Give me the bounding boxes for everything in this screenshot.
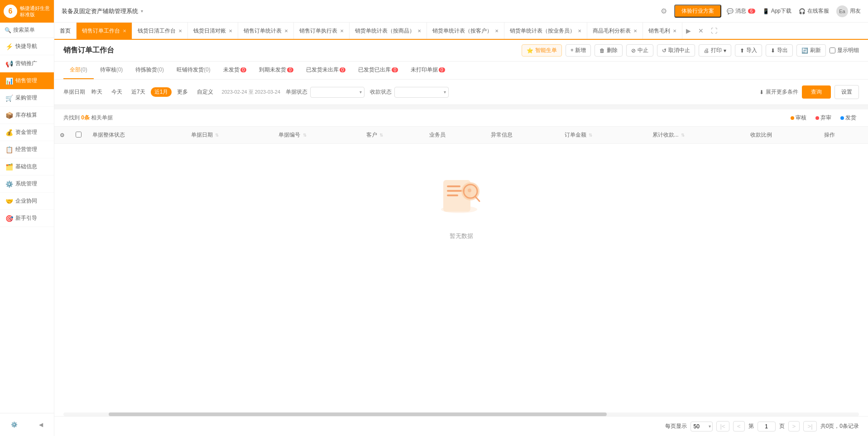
th-no[interactable]: 单据编号 ⇅: [273, 127, 361, 144]
smart-generate-btn[interactable]: ⭐ 智能生单: [522, 44, 562, 57]
tab-nav-more[interactable]: ▶: [682, 23, 695, 39]
sidebar-item-operations[interactable]: 📋 经营管理: [0, 141, 54, 158]
next-page-btn[interactable]: >: [788, 421, 800, 431]
query-btn[interactable]: 查询: [802, 85, 831, 99]
sort-no-icon[interactable]: ⇅: [303, 133, 307, 137]
tab-close-7[interactable]: ✕: [495, 28, 499, 33]
sub-tab-pending-review[interactable]: 待审核(0): [94, 62, 129, 79]
prev-page-btn[interactable]: <: [733, 421, 745, 431]
sort-collected-icon[interactable]: ⇅: [681, 133, 685, 137]
tab-daily-clear[interactable]: 钱货日清工作台 ✕: [132, 23, 188, 39]
tab-sales-workbench[interactable]: 销售订单工作台 ✕: [77, 23, 132, 39]
sort-date-icon[interactable]: ⇅: [215, 133, 219, 137]
print-dropdown-icon[interactable]: ▾: [724, 47, 726, 54]
topbar-gear-icon[interactable]: ⚙: [659, 5, 669, 17]
setting-btn[interactable]: 设置: [834, 85, 859, 99]
tab-daily-reconcile[interactable]: 钱货日清对账 ✕: [188, 23, 238, 39]
sidebar-item-marketing[interactable]: 📢 营销推广: [0, 55, 54, 72]
last-page-btn[interactable]: >|: [803, 421, 816, 431]
sidebar-item-sales[interactable]: 📊 销售管理: [0, 72, 54, 90]
tab-sales-stat[interactable]: 销售订单统计表 ✕: [238, 23, 294, 39]
date-7days[interactable]: 近7天: [128, 87, 149, 97]
th-collected[interactable]: 累计收款... ⇅: [647, 127, 745, 144]
sub-tab-unprinted[interactable]: 未打印单据0: [404, 62, 451, 79]
th-settings[interactable]: ⚙: [54, 127, 70, 144]
delete-btn[interactable]: 🗑 删除: [595, 44, 623, 57]
th-date[interactable]: 单据日期 ⇅: [186, 127, 273, 144]
per-page-select[interactable]: 50 10 20 100: [691, 422, 713, 431]
sidebar-item-purchase[interactable]: 🛒 采购管理: [0, 90, 54, 107]
tab-sales-exec[interactable]: 销售订单执行表 ✕: [294, 23, 350, 39]
sub-tab-all[interactable]: 全部(0): [63, 62, 94, 79]
sub-tab-wangpu-ship[interactable]: 旺铺待发货(0): [170, 62, 217, 79]
cancel-stop-btn[interactable]: ↺ 取消中止: [657, 44, 695, 57]
sub-tab-expired-unshipped[interactable]: 到期未发货0: [253, 62, 300, 79]
print-btn[interactable]: 🖨 打印 ▾: [699, 44, 731, 57]
date-custom[interactable]: 自定义: [193, 87, 217, 97]
sidebar-item-cooperation[interactable]: 🤝 企业协同: [0, 193, 54, 210]
cancel-review-btn[interactable]: 弃审: [813, 113, 834, 123]
message-btn[interactable]: 💬 消息 6: [727, 7, 755, 15]
app-download-btn[interactable]: 📱 App下载: [762, 7, 791, 15]
th-amount[interactable]: 订单金额 ⇅: [559, 127, 647, 144]
scroll-track[interactable]: [63, 412, 859, 416]
stop-btn[interactable]: ⊘ 中止: [626, 44, 653, 57]
tab-close-all[interactable]: ✕: [695, 23, 707, 39]
tab-close-2[interactable]: ✕: [178, 28, 182, 33]
refresh-btn[interactable]: 🔄 刷新: [796, 44, 826, 57]
tab-margin-analysis[interactable]: 商品毛利分析表 ✕: [587, 23, 643, 39]
review-btn[interactable]: 审核: [788, 113, 809, 123]
tab-sales-margin[interactable]: 销售毛利 ✕: [643, 23, 682, 39]
ship-btn[interactable]: 发货: [838, 113, 859, 123]
user-area[interactable]: Ea 用友: [836, 5, 861, 17]
expand-filter-btn[interactable]: ⬇ 展开更多条件: [759, 88, 798, 96]
status-select[interactable]: [310, 87, 364, 98]
tab-sales-close[interactable]: ✕: [123, 28, 126, 33]
tab-goods-stat[interactable]: 销货单统计表（按商品） ✕: [350, 23, 427, 39]
tab-close-10[interactable]: ✕: [673, 28, 676, 33]
show-detail-toggle[interactable]: 显示明细: [830, 47, 859, 54]
tab-expand[interactable]: ⛶: [707, 23, 721, 39]
sub-tab-shipped-out[interactable]: 已发货已出库0: [352, 62, 404, 79]
sort-amount-icon[interactable]: ⇅: [589, 133, 592, 137]
tab-staff-stat[interactable]: 销货单统计表（按业务员） ✕: [504, 23, 587, 39]
import-btn[interactable]: ⬆ 导入: [735, 44, 762, 57]
first-page-btn[interactable]: |<: [716, 421, 729, 431]
tab-close-8[interactable]: ✕: [578, 28, 581, 33]
sidebar-item-search[interactable]: 🔍 搜索菜单: [0, 23, 54, 38]
sidebar-item-finance[interactable]: 💰 资金管理: [0, 124, 54, 141]
page-input[interactable]: [758, 422, 776, 431]
add-btn[interactable]: + 新增: [566, 44, 591, 57]
scroll-thumb[interactable]: [109, 412, 607, 416]
tab-close-3[interactable]: ✕: [229, 28, 232, 33]
export-btn[interactable]: ⬇ 导出: [766, 44, 793, 57]
sidebar-settings-icon[interactable]: ⚙️: [6, 417, 22, 432]
tab-close-4[interactable]: ✕: [284, 28, 288, 33]
industry-btn[interactable]: 体验行业方案: [674, 5, 721, 18]
th-customer[interactable]: 客户 ⇅: [361, 127, 424, 144]
date-today[interactable]: 今天: [108, 87, 126, 97]
th-checkbox[interactable]: [70, 127, 87, 144]
sub-tab-shipped-not-out[interactable]: 已发货未出库0: [300, 62, 352, 79]
select-all-checkbox[interactable]: [76, 132, 82, 137]
tab-customer-stat[interactable]: 销货单统计表（按客户） ✕: [427, 23, 504, 39]
date-1month[interactable]: 近1月: [151, 87, 172, 97]
sidebar-item-guide[interactable]: 🎯 新手引导: [0, 210, 54, 227]
sidebar-item-basic-info[interactable]: 🗂️ 基础信息: [0, 158, 54, 175]
sub-tab-pending-check[interactable]: 待拣验货(0): [129, 62, 170, 79]
date-yesterday[interactable]: 昨天: [88, 87, 106, 97]
sidebar-item-inventory[interactable]: 📦 库存核算: [0, 107, 54, 124]
sub-tab-unshipped[interactable]: 未发货0: [217, 62, 253, 79]
tab-close-9[interactable]: ✕: [633, 28, 637, 33]
tab-home[interactable]: 首页: [54, 23, 77, 39]
sort-customer-icon[interactable]: ⇅: [379, 133, 383, 137]
tab-close-6[interactable]: ✕: [417, 28, 421, 33]
sidebar-item-quick-nav[interactable]: ⚡ 快捷导航: [0, 38, 54, 55]
sidebar-collapse-icon[interactable]: ◀: [34, 417, 48, 432]
tab-close-5[interactable]: ✕: [340, 28, 344, 33]
date-more[interactable]: 更多: [173, 87, 192, 97]
sidebar-item-system[interactable]: ⚙️ 系统管理: [0, 175, 54, 193]
online-service-btn[interactable]: 🎧 在线客服: [799, 7, 829, 15]
system-dropdown-icon[interactable]: ▾: [141, 9, 143, 14]
payment-select[interactable]: [394, 87, 449, 98]
